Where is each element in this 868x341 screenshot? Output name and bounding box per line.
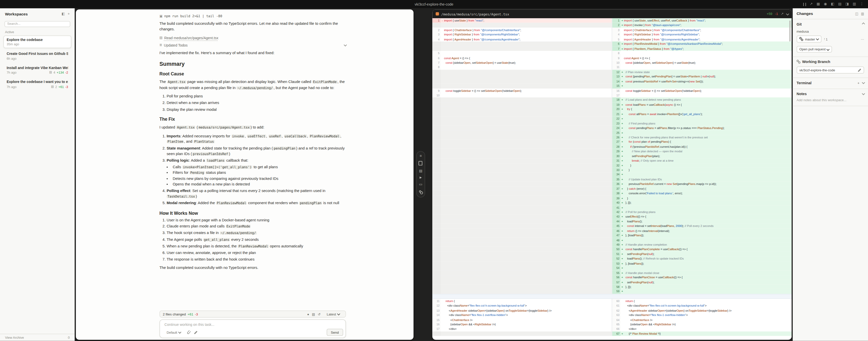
kebab-menu-icon[interactable]: ⋮: [860, 2, 863, 6]
changes-status-bar[interactable]: 2 files changed +61 -3 ● ▤ ↺ Latest: [159, 310, 346, 317]
branch-selector[interactable]: master: [797, 35, 822, 42]
diff-marker: [441, 28, 444, 32]
diff-row: 46+ return () => clearInterval(interval)…: [432, 228, 792, 233]
line-number: [432, 238, 441, 242]
chat-paragraph: The Agent.tsx page was missing all plan …: [159, 79, 346, 91]
undo-icon[interactable]: ↺: [318, 312, 321, 316]
code-line: // New plan detected — open the modal: [624, 149, 792, 154]
chevron-down-icon[interactable]: [862, 92, 864, 95]
chevron-down-icon[interactable]: [344, 43, 346, 46]
inline-code: Agent.tsx: [176, 126, 195, 129]
diff-marker: [441, 266, 444, 270]
chat-column: ▣npm run build 2>&1 | tail -80The build …: [159, 14, 346, 271]
code-line: [444, 51, 612, 55]
diff-row: 32+ }: [432, 163, 792, 167]
more-options-icon[interactable]: ⋯: [861, 37, 864, 41]
diff-right-cell: 28+ if (!previousPlanIdsRef.current.has(…: [612, 145, 792, 149]
diff-row: 14+ const previousPlanIdsRef = useRef<Se…: [432, 79, 792, 84]
panel-right-icon[interactable]: ◨: [845, 2, 849, 6]
line-number: 34: [612, 172, 621, 177]
panel-toggle-icon[interactable]: ◫: [855, 12, 858, 15]
clipboard-icon[interactable]: ▤: [419, 169, 422, 173]
diff-row: 29+ // New plan detected — open the moda…: [432, 149, 792, 154]
expand-diff-icon[interactable]: ↗: [781, 12, 783, 16]
diff-right-cell: 44+ loadPlans();: [612, 219, 792, 224]
working-branch-field[interactable]: vk/3ccf-explore-the-code: [797, 66, 864, 73]
pause-icon[interactable]: [803, 3, 806, 6]
pencil-icon[interactable]: [858, 68, 861, 72]
line-number: 4: [612, 32, 621, 37]
new-workspace-icon[interactable]: +: [68, 12, 70, 16]
tool-call-row[interactable]: ≣Updated Todos: [159, 43, 346, 47]
line-number: 35: [612, 177, 621, 182]
open-pull-request-button[interactable]: Open pull request: [797, 46, 832, 53]
view-archive-row[interactable]: View Archive 0: [0, 334, 75, 341]
maximize-icon[interactable]: ↗: [810, 2, 813, 6]
diff-left-cell: 11 return (: [432, 299, 612, 303]
code-line: [444, 196, 612, 200]
monitor-icon[interactable]: ▭: [419, 183, 422, 186]
code-line: [444, 168, 612, 172]
drag-handle-icon[interactable]: ≡: [420, 154, 422, 158]
inline-code: medusa/src/pages/Agent.tsx: [198, 126, 251, 129]
workspace-item[interactable]: Explore the codebase35m ago: [3, 35, 71, 48]
chat-scroll-area[interactable]: ▣npm run build 2>&1 | tail -80The build …: [76, 11, 413, 307]
diff-row: 6+import { PlanReviewModal } from "@/com…: [432, 41, 792, 46]
line-number: [432, 116, 441, 121]
send-button[interactable]: Send: [327, 329, 343, 336]
floating-toolbar: ≡ ▤ ▭: [416, 151, 425, 197]
line-number: 66: [612, 327, 621, 331]
collapse-diff-icon[interactable]: [786, 12, 789, 15]
diff-row: 2import { ChatInterface } from "@/compon…: [432, 28, 792, 32]
diff-right-cell: 33+ }: [612, 168, 792, 172]
chat-paragraph: The build completed successfully with no…: [159, 21, 346, 33]
grid-icon[interactable]: ▦: [817, 2, 820, 6]
message-input[interactable]: [163, 322, 342, 327]
collapse-sidebar-icon[interactable]: ◧: [61, 12, 65, 16]
diff-marker: [441, 224, 444, 228]
branch-icon[interactable]: [419, 190, 423, 194]
line-number: [432, 233, 441, 238]
panel-bottom-icon[interactable]: ▤: [838, 2, 841, 6]
diff-row: 55+ // Handle plan modal close: [432, 271, 792, 275]
line-number: [432, 126, 441, 130]
record-icon[interactable]: ◉: [824, 2, 827, 6]
panel-left-icon[interactable]: ◧: [831, 2, 834, 6]
workspace-item[interactable]: Explore the codebase I want you to ex...…: [3, 78, 71, 90]
chevron-up-icon[interactable]: [862, 23, 864, 26]
review-toggle-icon[interactable]: ●: [307, 312, 309, 316]
chat-list-item: State management: Added state for tracki…: [166, 146, 346, 157]
scrollbar-thumb[interactable]: [789, 21, 790, 41]
code-line: setPendingPlan(null);: [624, 280, 792, 284]
search-input[interactable]: [5, 21, 70, 27]
diff-stats-badge: ▤2+61-3: [51, 85, 68, 88]
line-number: 12: [432, 303, 441, 308]
tool-call-row[interactable]: ▤Read medusa/src/pages/Agent.tsx: [159, 36, 346, 40]
mode-selector[interactable]: Default: [163, 330, 184, 335]
paperclip-icon[interactable]: [187, 330, 191, 334]
workspace-item[interactable]: Install and integrate Vibe Kanban Web...…: [3, 63, 71, 76]
workspace-item[interactable]: Create Good First Issues on Github So ..…: [3, 49, 71, 62]
layout-toggle-icon[interactable]: ▥: [861, 12, 864, 15]
diff-row: 40+ }, []);: [432, 200, 792, 205]
play-icon[interactable]: [420, 177, 422, 179]
latest-selector[interactable]: Latest: [323, 312, 343, 317]
code-line: [444, 98, 612, 102]
diff-file-path[interactable]: /medusa/medusa/src/pages/Agent.tsx: [441, 12, 509, 16]
notes-placeholder[interactable]: Add notes about this workspace...: [797, 98, 864, 102]
code-line: [624, 238, 792, 242]
new-terminal-icon[interactable]: +: [857, 81, 859, 84]
tool-call-row[interactable]: ▣npm run build 2>&1 | tail -80: [159, 14, 346, 18]
columns-icon[interactable]: ▥: [853, 2, 856, 6]
pen-icon[interactable]: [194, 331, 198, 334]
chevron-down-icon[interactable]: [862, 81, 864, 84]
diff-body[interactable]: 1-import { useState } from "react";1+imp…: [432, 18, 792, 340]
copy-icon[interactable]: [419, 162, 422, 165]
diff-marker: [441, 228, 444, 233]
list-view-icon[interactable]: ▤: [312, 312, 315, 316]
code-line: setPendingPlan(plan);: [624, 154, 792, 158]
message-composer[interactable]: Default Send: [159, 319, 346, 338]
diff-marker: [621, 303, 624, 308]
diff-right-cell: 15+: [612, 84, 792, 88]
line-number: 28: [612, 145, 621, 149]
